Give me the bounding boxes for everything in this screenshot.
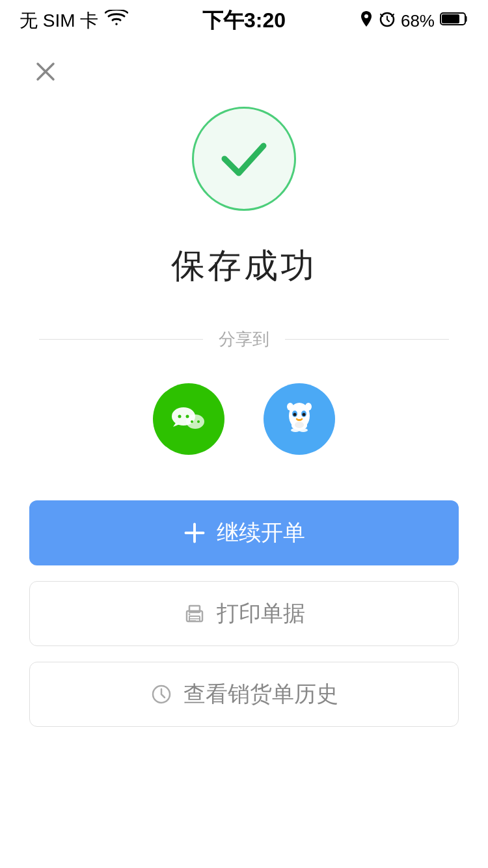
share-icons-container	[153, 383, 335, 455]
svg-point-0	[364, 14, 368, 18]
location-icon	[359, 10, 373, 32]
svg-point-18	[295, 422, 304, 428]
history-label: 查看销货单历史	[183, 679, 338, 709]
share-label: 分享到	[203, 328, 285, 351]
wifi-icon	[105, 10, 128, 33]
svg-point-20	[305, 403, 312, 411]
status-time: 下午3:20	[202, 7, 286, 35]
action-buttons: 继续开单 打印单据 查看销货单历史	[29, 500, 459, 727]
battery-icon	[440, 11, 468, 31]
success-circle	[192, 107, 296, 211]
close-button[interactable]	[26, 52, 65, 91]
svg-rect-3	[442, 14, 459, 23]
svg-point-8	[191, 420, 193, 423]
svg-point-13	[293, 413, 297, 416]
divider-right	[285, 339, 449, 340]
carrier-text: 无 SIM 卡	[20, 8, 98, 33]
divider-left	[39, 339, 203, 340]
status-carrier: 无 SIM 卡	[20, 8, 128, 33]
checkmark-icon	[215, 129, 273, 188]
print-button[interactable]: 打印单据	[29, 581, 459, 646]
alarm-icon	[379, 10, 396, 32]
share-wechat-button[interactable]	[153, 383, 224, 455]
svg-point-14	[303, 413, 306, 416]
status-bar: 无 SIM 卡 下午3:20 68%	[0, 0, 488, 42]
svg-point-7	[186, 415, 189, 418]
print-label: 打印单据	[217, 599, 305, 629]
qq-icon	[277, 397, 321, 441]
wechat-icon	[167, 397, 211, 441]
success-title: 保存成功	[171, 243, 317, 289]
status-indicators: 68%	[359, 10, 468, 32]
battery-percentage: 68%	[401, 11, 435, 31]
svg-point-24	[189, 614, 191, 616]
svg-point-6	[178, 415, 182, 418]
svg-point-9	[197, 420, 200, 423]
share-divider: 分享到	[0, 328, 488, 351]
history-icon	[150, 683, 173, 706]
main-content: 保存成功 分享到	[0, 42, 488, 727]
plus-icon	[183, 521, 206, 545]
continue-label: 继续开单	[217, 518, 305, 548]
history-button[interactable]: 查看销货单历史	[29, 662, 459, 727]
share-qq-button[interactable]	[264, 383, 335, 455]
svg-point-19	[287, 403, 293, 411]
continue-button[interactable]: 继续开单	[29, 500, 459, 565]
print-icon	[183, 602, 206, 625]
